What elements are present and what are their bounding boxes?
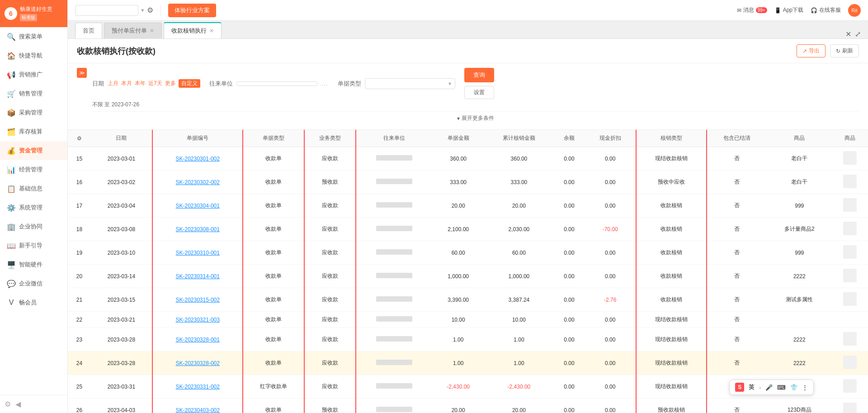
sidebar-item-label-enterprise: 企业协同 <box>19 223 42 231</box>
cell-goods1: 2222 <box>767 351 832 375</box>
sidebar-item-finance[interactable]: 💰 资金管理 <box>0 141 67 160</box>
cell-verify-type: 收款核销 <box>636 194 707 218</box>
expand-more-btn[interactable]: ▾ 展开更多条件 <box>92 111 859 125</box>
cell-biz-type: 应收款 <box>304 375 356 399</box>
cell-goods2 <box>832 351 868 375</box>
sidebar-item-quick-nav[interactable]: 🏠 快捷导航 <box>0 46 67 65</box>
col-settings[interactable]: ⚙ <box>68 130 91 147</box>
brand-input[interactable] <box>75 5 138 16</box>
tab-expand-icon[interactable]: ⤢ <box>855 30 861 38</box>
cell-discount: -70.00 <box>585 218 636 241</box>
filter-bar: ≫ 日期 上月 本月 本年 近7天 更多 自定义 <box>68 63 868 130</box>
cell-goods2 <box>832 399 868 413</box>
sidebar-item-operation[interactable]: 📊 经营管理 <box>0 160 67 179</box>
expand-label: 展开更多条件 <box>462 114 494 122</box>
code-link[interactable]: SK-20230302-002 <box>176 179 220 185</box>
code-link[interactable]: SK-20230315-002 <box>176 297 220 303</box>
settings-icon[interactable]: ⚙ <box>5 400 11 408</box>
dropdown-arrow-icon[interactable]: ▾ <box>141 7 144 14</box>
sidebar-item-hardware[interactable]: 🖥️ 智能硬件 <box>0 255 67 274</box>
sidebar-item-purchase[interactable]: 📦 采购管理 <box>0 103 67 122</box>
cell-partner <box>356 171 432 194</box>
partner-select[interactable] <box>236 81 318 86</box>
sidebar-item-wechat[interactable]: 💬 企业微信 <box>0 274 67 293</box>
message-button[interactable]: ✉ 消息 99+ <box>737 6 767 14</box>
cell-amount: 1,000.00 <box>432 265 485 288</box>
cell-num: 25 <box>68 375 91 399</box>
cell-balance: 0.00 <box>553 328 585 351</box>
cell-amount: 1.00 <box>432 328 485 351</box>
sidebar-item-member[interactable]: V 畅会员 <box>0 293 67 312</box>
topbar-gear-icon[interactable]: ⚙ <box>147 6 153 14</box>
tab-prepay-close-icon[interactable]: ✕ <box>150 28 154 34</box>
cell-discount: 0.00 <box>585 147 636 171</box>
col-included: 包含已结清 <box>707 130 767 147</box>
cell-code: SK-20230403-002 <box>152 399 243 413</box>
sidebar-item-enterprise[interactable]: 🏢 企业协同 <box>0 217 67 236</box>
date-7days[interactable]: 近7天 <box>148 80 162 87</box>
cell-bill-type: 收款单 <box>243 241 304 265</box>
export-button[interactable]: ↗ 导出 <box>797 44 826 57</box>
tab-home[interactable]: 首页 <box>75 23 102 38</box>
cell-num: 18 <box>68 218 91 241</box>
query-button[interactable]: 查询 <box>464 68 494 82</box>
tab-prepay[interactable]: 预付单应付单 ✕ <box>104 23 162 38</box>
col-goods2: 商品 <box>832 130 868 147</box>
online-service-button[interactable]: 🎧 在线客服 <box>811 6 841 14</box>
tab-close-all-icon[interactable]: ✕ <box>845 30 851 38</box>
industry-button[interactable]: 体验行业方案 <box>168 4 216 17</box>
code-link[interactable]: SK-20230328-002 <box>176 360 220 366</box>
cell-date: 2023-04-03 <box>91 399 152 413</box>
date-this-month[interactable]: 本月 <box>121 80 132 87</box>
date-more[interactable]: 更多 <box>165 80 176 87</box>
table-row: 16 2023-03-02 SK-20230302-002 收款单 预收款 33… <box>68 171 868 194</box>
date-range-display: 不限 至 2023-07-26 <box>92 101 859 109</box>
cell-amount: 1.00 <box>432 351 485 375</box>
tab-bar: 首页 预付单应付单 ✕ 收款核销执行 ✕ ✕ ⤢ <box>68 21 868 39</box>
code-link[interactable]: SK-20230328-001 <box>176 337 220 343</box>
sidebar-item-inventory[interactable]: 🗂️ 库存核算 <box>0 122 67 141</box>
cell-num: 24 <box>68 351 91 375</box>
cell-code: SK-20230302-002 <box>152 171 243 194</box>
sidebar-item-base-info[interactable]: 📋 基础信息 <box>0 179 67 198</box>
cell-included: 否 <box>707 218 767 241</box>
cell-verify-type: 预收款核销 <box>636 399 707 413</box>
sidebar-item-guide[interactable]: 📖 新手引导 <box>0 236 67 255</box>
refresh-button[interactable]: ↻ 刷新 <box>830 44 859 57</box>
tab-verify[interactable]: 收款核销执行 ✕ <box>164 22 222 38</box>
settings-button[interactable]: 设置 <box>464 86 494 99</box>
code-link[interactable]: SK-20230314-001 <box>176 273 220 280</box>
tab-verify-close-icon[interactable]: ✕ <box>209 28 214 34</box>
app-download-button[interactable]: 📱 App下载 <box>774 6 803 14</box>
filter-toggle-button[interactable]: ≫ <box>77 68 87 78</box>
table-row: 23 2023-03-28 SK-20230328-001 收款单 应收款 1.… <box>68 328 868 351</box>
code-link[interactable]: SK-20230321-003 <box>176 317 220 323</box>
sidebar-item-system[interactable]: ⚙️ 系统管理 <box>0 198 67 217</box>
code-link[interactable]: SK-20230403-002 <box>176 407 220 413</box>
table-row: 24 2023-03-28 SK-20230328-002 收款单 应收款 1.… <box>68 351 868 375</box>
code-link[interactable]: SK-20230331-002 <box>176 384 220 390</box>
filter-more-dots[interactable]: ... <box>321 81 329 87</box>
code-link[interactable]: SK-20230308-001 <box>176 226 220 233</box>
code-link[interactable]: SK-20230301-002 <box>176 156 220 162</box>
sidebar-item-sales[interactable]: 🛒 销售管理 <box>0 84 67 103</box>
sidebar-item-label-search: 搜索菜单 <box>19 33 42 41</box>
table-row: 15 2023-03-01 SK-20230301-002 收款单 应收款 36… <box>68 147 868 171</box>
cell-amount: 3,390.00 <box>432 288 485 312</box>
service-label: 在线客服 <box>819 6 841 14</box>
type-select[interactable]: ▾ <box>365 78 455 89</box>
sidebar-item-marketing[interactable]: 📢 营销推广 <box>0 65 67 84</box>
date-last-month[interactable]: 上月 <box>108 80 118 87</box>
collapse-icon[interactable]: ◀ <box>15 400 21 408</box>
sidebar-item-search[interactable]: 🔍 搜索菜单 <box>0 27 67 46</box>
ime-keyboard-icon[interactable]: ⌨ <box>777 384 786 391</box>
code-link[interactable]: SK-20230310-001 <box>176 250 220 256</box>
ime-shirt-icon[interactable]: 👕 <box>790 384 797 391</box>
date-custom-btn[interactable]: 自定义 <box>179 79 200 88</box>
user-avatar[interactable]: Rit <box>848 4 861 17</box>
ime-menu-icon[interactable]: ⋮ <box>802 384 808 391</box>
ime-mic-icon[interactable]: 🎤 <box>765 384 773 391</box>
date-this-year[interactable]: 本年 <box>135 80 146 87</box>
code-link[interactable]: SK-20230304-001 <box>176 203 220 209</box>
col-partner: 往来单位 <box>356 130 432 147</box>
